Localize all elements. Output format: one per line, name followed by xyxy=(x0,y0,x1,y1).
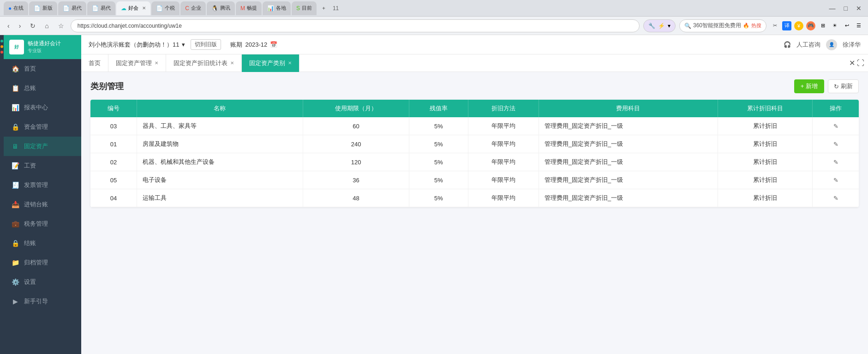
accent-dot-3 xyxy=(0,51,3,54)
ext-translate[interactable]: 译 xyxy=(782,21,791,30)
table-row: 05电子设备365%年限平均管理费用_固定资产折旧_一级累计折旧✎ xyxy=(90,171,859,189)
sidebar-item-general-ledger[interactable]: 📋 总账 xyxy=(4,78,81,98)
browser-tab-haohui[interactable]: ☁ 好会 ✕ xyxy=(116,1,150,15)
sidebar-nav: 🏠 首页 📋 总账 📊 报表中心 🔒 资金管理 🖥 固定资产 📝 工资 xyxy=(4,59,81,354)
sidebar-item-stock[interactable]: 📥 进销台账 xyxy=(4,195,81,214)
tab-count-badge: 11 xyxy=(333,5,339,12)
top-bar: 刘小艳演示账套（勿删勿动！）11 ▾ 切到旧版 账期 2023-12 📅 🎧 人… xyxy=(81,35,868,54)
col-header-ops: 操作 xyxy=(813,100,859,117)
company-dropdown-icon: ▾ xyxy=(182,41,185,48)
tab-asset-category[interactable]: 固定资产类别 ✕ xyxy=(242,54,299,72)
help-label[interactable]: 人工咨询 xyxy=(796,41,820,49)
restore-button[interactable]: □ xyxy=(841,3,850,14)
table-row: 04运输工具485%年限平均管理费用_固定资产折旧_一级累计折旧✎ xyxy=(90,189,859,207)
tab-bar-actions: ✕ ⛶ xyxy=(849,59,868,67)
tab-close-all-button[interactable]: ✕ xyxy=(849,59,855,67)
browser-tab-zaixin[interactable]: ● 在线 xyxy=(4,1,28,15)
browser-tab-xinban[interactable]: 📄 新版 xyxy=(29,1,57,15)
col-header-acc-dep: 累计折旧科目 xyxy=(718,100,813,117)
refresh-icon: ↻ xyxy=(834,83,839,90)
home-icon: 🏠 xyxy=(11,65,19,73)
col-header-name: 名称 xyxy=(137,100,303,117)
sidebar-logo: 好 畅捷通好会计 专业版 xyxy=(4,35,81,59)
tab-depreciation-report[interactable]: 固定资产折旧统计表 ✕ xyxy=(166,54,242,72)
archive-icon: 📁 xyxy=(11,258,19,267)
browser-tab-qiye[interactable]: C 企业 xyxy=(180,1,206,15)
edit-button[interactable]: ✎ xyxy=(833,159,838,166)
browser-tab-list: ● 在线 📄 新版 📄 易代 📄 易代 ☁ 好会 ✕ 📄 个税 C 企业 xyxy=(4,1,821,15)
ledger-icon: 📋 xyxy=(11,84,19,92)
ext-undo[interactable]: ↩ xyxy=(842,21,851,30)
col-header-id: 编号 xyxy=(90,100,137,117)
add-button[interactable]: + 新增 xyxy=(794,79,824,93)
sidebar-item-invoice[interactable]: 🧾 发票管理 xyxy=(4,175,81,195)
reload-button[interactable]: ↻ xyxy=(27,20,38,31)
browser-tab-tengxun[interactable]: 🐧 腾讯 xyxy=(207,1,235,15)
tab-expand-button[interactable]: ⛶ xyxy=(857,59,864,67)
switch-version-button[interactable]: 切到旧版 xyxy=(191,39,221,50)
browser-tab-yidai2[interactable]: 📄 易代 xyxy=(87,1,115,15)
browser-chrome: ● 在线 📄 新版 📄 易代 📄 易代 ☁ 好会 ✕ 📄 个税 C 企业 xyxy=(0,0,868,17)
table-row: 01房屋及建筑物2405%年限平均管理费用_固定资产折旧_一级累计折旧✎ xyxy=(90,135,859,153)
home-button[interactable]: ⌂ xyxy=(42,20,51,31)
reports-icon: 📊 xyxy=(11,103,19,112)
sidebar-item-home[interactable]: 🏠 首页 xyxy=(4,59,81,78)
ext-icons: ✂ 译 ¥ 🎮 ⊞ ☀ ↩ ☰ xyxy=(770,21,863,30)
ext-coin[interactable]: ¥ xyxy=(794,21,803,30)
sidebar-item-settings[interactable]: ⚙️ 设置 xyxy=(4,272,81,292)
ext-game[interactable]: 🎮 xyxy=(806,21,815,30)
ext-scissors[interactable]: ✂ xyxy=(770,21,779,30)
table-row: 02机器、机械和其他生产设备1205%年限平均管理费用_固定资产折旧_一级累计折… xyxy=(90,153,859,171)
forward-button[interactable]: › xyxy=(16,20,24,31)
sidebar-item-tax[interactable]: 💼 税务管理 xyxy=(4,214,81,234)
close-button[interactable]: ✕ xyxy=(853,3,864,14)
sidebar-item-close-period[interactable]: 🔒 结账 xyxy=(4,234,81,253)
logo-badge: 专业版 xyxy=(28,48,61,54)
edit-button[interactable]: ✎ xyxy=(833,141,838,148)
page-body: 类别管理 + 新增 ↻ 刷新 编号 名称 使用期限（月） 残值率 xyxy=(81,72,868,354)
search-bar[interactable]: 🔍 360智能抠图免费用 🔥 热搜 xyxy=(679,19,766,32)
fixed-assets-icon: 🖥 xyxy=(11,142,19,150)
tab-close-fixed-assets-mgmt[interactable]: ✕ xyxy=(155,60,158,66)
calendar-icon[interactable]: 📅 xyxy=(270,41,277,48)
tax-icon: 💼 xyxy=(11,220,19,228)
accent-dot-2 xyxy=(0,45,3,48)
edit-button[interactable]: ✎ xyxy=(833,195,838,202)
edit-button[interactable]: ✎ xyxy=(833,123,838,130)
tab-close-haohui[interactable]: ✕ xyxy=(142,6,146,11)
sidebar-item-fixed-assets[interactable]: 🖥 固定资产 xyxy=(4,137,81,156)
page-header: 类别管理 + 新增 ↻ 刷新 xyxy=(90,79,859,93)
sidebar-item-payroll[interactable]: 📝 工资 xyxy=(4,156,81,175)
ext-grid[interactable]: ⊞ xyxy=(818,21,827,30)
browser-tab-gedi[interactable]: 📊 各地 xyxy=(263,1,291,15)
avatar: 👤 xyxy=(826,39,837,50)
sidebar-item-reports[interactable]: 📊 报表中心 xyxy=(4,98,81,117)
browser-tools: 🔧 ⚡ ▾ xyxy=(643,19,676,32)
browser-tab-yidai1[interactable]: 📄 易代 xyxy=(58,1,86,15)
sidebar-item-archive[interactable]: 📁 归档管理 xyxy=(4,253,81,272)
col-header-expense: 费用科目 xyxy=(539,100,718,117)
tab-close-depreciation-report[interactable]: ✕ xyxy=(230,60,234,66)
company-selector[interactable]: 刘小艳演示账套（勿删勿动！）11 ▾ xyxy=(89,41,185,49)
address-bar[interactable] xyxy=(71,19,640,32)
refresh-button[interactable]: ↻ 刷新 xyxy=(828,79,859,93)
bookmark-button[interactable]: ☆ xyxy=(55,20,67,31)
edit-button[interactable]: ✎ xyxy=(833,177,838,184)
tab-close-asset-category[interactable]: ✕ xyxy=(288,60,292,66)
col-header-method: 折旧方法 xyxy=(468,100,539,117)
ext-brightness[interactable]: ☀ xyxy=(830,21,839,30)
tab-fixed-assets-mgmt[interactable]: 固定资产管理 ✕ xyxy=(108,54,166,72)
browser-nav: ‹ › ↻ ⌂ ☆ 🔧 ⚡ ▾ 🔍 360智能抠图免费用 🔥 热搜 ✂ 译 ¥ … xyxy=(0,17,868,35)
browser-tab-geshui[interactable]: 📄 个税 xyxy=(151,1,180,15)
browser-tab-add[interactable]: ＋ xyxy=(317,1,330,15)
table-header-row: 编号 名称 使用期限（月） 残值率 折旧方法 费用科目 累计折旧科目 操作 xyxy=(90,100,859,117)
tab-home[interactable]: 首页 xyxy=(81,54,108,72)
guide-icon: ▶ xyxy=(11,297,19,306)
browser-tab-changjian[interactable]: M 畅提 xyxy=(236,1,262,15)
back-button[interactable]: ‹ xyxy=(5,20,12,31)
minimize-button[interactable]: — xyxy=(826,3,838,14)
sidebar-item-guide[interactable]: ▶ 新手引导 xyxy=(4,292,81,311)
ext-menu[interactable]: ☰ xyxy=(854,21,863,30)
browser-tab-muqian[interactable]: S 目前 xyxy=(292,1,317,15)
sidebar-item-funds[interactable]: 🔒 资金管理 xyxy=(4,117,81,137)
